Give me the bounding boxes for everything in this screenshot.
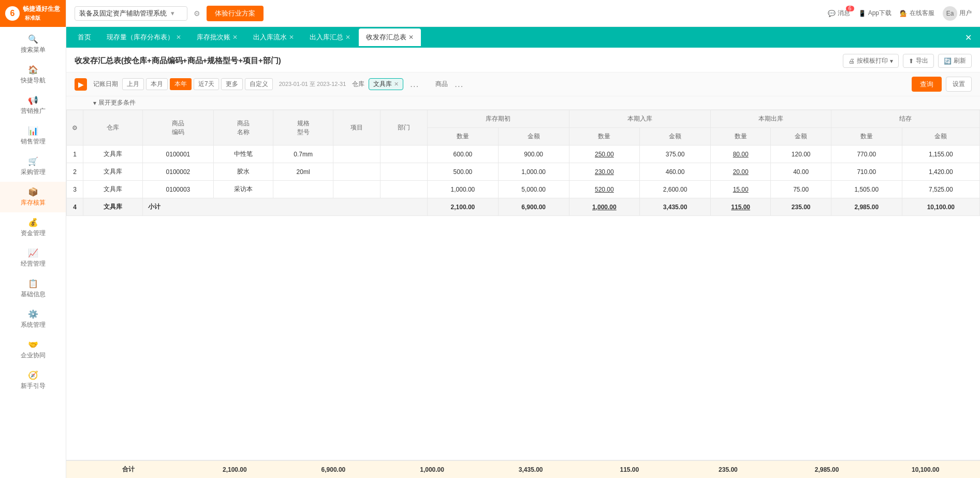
row2-spec: 20ml: [273, 163, 333, 181]
row3-balance-amt: 7,525.00: [902, 181, 979, 198]
sidebar-item-search[interactable]: 🔍 搜索菜单: [0, 29, 66, 60]
filter-collapse-btn[interactable]: ▶: [75, 78, 87, 91]
sidebar-item-operations[interactable]: 📈 经营管理: [0, 243, 66, 273]
sidebar-item-sales[interactable]: 📊 销售管理: [0, 121, 66, 151]
row3-name: 采访本: [213, 181, 273, 198]
tab-batch[interactable]: 库存批次账 ✕: [189, 28, 245, 46]
subtotal-label: 小计: [143, 198, 428, 216]
system-select[interactable]: 装备及固定资产辅助管理系统 ▾: [75, 6, 187, 21]
th-balance-amt: 金额: [902, 128, 979, 146]
footer-opening-qty: 2,100.00: [185, 466, 284, 473]
row2-name: 胶水: [213, 163, 273, 181]
tab-stock-dist-label: 现存量（库存分布表）: [107, 33, 174, 42]
subtotal-opening-amt: 6,900.00: [498, 198, 569, 216]
sidebar: 6 畅捷通好生意 标准版 🔍 搜索菜单 🏠 快捷导航 📢 营销推广 📊 销售管理…: [0, 0, 66, 478]
row2-project: [333, 163, 381, 181]
date-btn-this-year[interactable]: 本年: [170, 78, 192, 90]
row3-opening-qty: 1,000.00: [428, 181, 499, 198]
tab-bar: 首页 现存量（库存分布表） ✕ 库存批次账 ✕ 出入库流水 ✕ 出入库汇总 ✕ …: [66, 27, 980, 48]
tab-inout-flow[interactable]: 出入库流水 ✕: [246, 28, 301, 46]
tab-close-batch[interactable]: ✕: [232, 34, 238, 41]
sidebar-item-inventory[interactable]: 📦 库存核算: [0, 182, 66, 212]
row2-opening-amt: 1,000.00: [498, 163, 569, 181]
message-btn[interactable]: 💬 消息 6: [828, 9, 850, 18]
row3-in-qty[interactable]: 520.00: [569, 181, 640, 198]
settings-btn[interactable]: ⚙: [194, 9, 200, 18]
guide-icon: 🧭: [28, 370, 38, 380]
row1-out-qty[interactable]: 80.00: [710, 146, 771, 163]
sidebar-item-guide[interactable]: 🧭 新手引导: [0, 365, 66, 396]
sidebar-item-collab[interactable]: 🤝 企业协同: [0, 335, 66, 365]
query-btn[interactable]: 查询: [912, 77, 942, 92]
user-btn[interactable]: Ea 用户: [943, 6, 972, 21]
date-btn-7days[interactable]: 近7天: [194, 78, 219, 90]
tab-stock-dist[interactable]: 现存量（库存分布表） ✕: [99, 28, 188, 46]
search-icon: 🔍: [28, 34, 38, 44]
sidebar-item-label: 快捷导航: [21, 76, 46, 85]
warehouse-tag: 文具库 ✕: [369, 78, 403, 90]
sidebar-item-purchase[interactable]: 🛒 采购管理: [0, 151, 66, 182]
goods-more[interactable]: …: [452, 79, 465, 90]
tab-home[interactable]: 首页: [70, 28, 98, 46]
row3-out-qty[interactable]: 15.00: [710, 181, 771, 198]
tab-close-inout-flow[interactable]: ✕: [289, 34, 294, 41]
page-title: 收发存汇总表(按仓库+商品编码+商品+规格型号+项目+部门): [75, 56, 281, 66]
export-btn[interactable]: ⬆ 导出: [903, 54, 934, 68]
filter-warehouse: 仓库 文具库 ✕ …: [352, 78, 421, 90]
row3-seq: 3: [67, 181, 83, 198]
row1-in-qty[interactable]: 250.00: [569, 146, 640, 163]
online-service-btn[interactable]: 💁 在线客服: [900, 9, 934, 18]
sidebar-item-quicknav[interactable]: 🏠 快捷导航: [0, 60, 66, 90]
th-balance: 结存: [831, 110, 979, 128]
tab-batch-label: 库存批次账: [197, 33, 230, 42]
date-btn-prev-month[interactable]: 上月: [122, 78, 144, 90]
sidebar-item-system[interactable]: ⚙️ 系统管理: [0, 304, 66, 335]
warehouse-more[interactable]: …: [407, 79, 421, 90]
content-area: 收发存汇总表(按仓库+商品编码+商品+规格型号+项目+部门) 🖨 按模板打印 ▾…: [66, 48, 980, 460]
refresh-btn[interactable]: 🔄 刷新: [938, 54, 972, 68]
marketing-icon: 📢: [28, 95, 38, 105]
row2-code: 0100002: [143, 163, 214, 181]
th-in: 本期入库: [569, 110, 710, 128]
th-settings[interactable]: ⚙: [67, 110, 83, 146]
th-department: 部门: [381, 110, 428, 146]
chevron-down-icon: ▾: [890, 57, 893, 65]
row1-opening-qty: 600.00: [428, 146, 499, 163]
app-download-btn[interactable]: 📱 App下载: [858, 9, 891, 18]
date-btn-more[interactable]: 更多: [221, 78, 243, 90]
set-btn[interactable]: 设置: [946, 77, 972, 92]
basicinfo-icon: 📋: [28, 279, 38, 288]
th-opening-qty: 数量: [428, 128, 499, 146]
sidebar-item-finance[interactable]: 💰 资金管理: [0, 212, 66, 243]
row2-balance-amt: 1,420.00: [902, 163, 979, 181]
subtotal-in-qty[interactable]: 1,000.00: [569, 198, 640, 216]
tab-close-stock-dist[interactable]: ✕: [176, 34, 181, 41]
subtotal-out-amt: 235.00: [771, 198, 831, 216]
th-goods-code: 商品编码: [143, 110, 214, 146]
expand-icon: ▾: [93, 99, 96, 107]
tab-close-receive-summary[interactable]: ✕: [408, 34, 414, 41]
tab-bar-close[interactable]: ✕: [961, 33, 976, 42]
export-icon: ⬆: [909, 57, 914, 65]
home-icon: 🏠: [28, 65, 38, 75]
tab-close-inout-summary[interactable]: ✕: [345, 34, 350, 41]
sidebar-item-basicinfo[interactable]: 📋 基础信息: [0, 273, 66, 304]
th-out-amt: 金额: [771, 128, 831, 146]
row3-in-amt: 2,600.00: [640, 181, 711, 198]
tab-inout-summary[interactable]: 出入库汇总 ✕: [302, 28, 358, 46]
try-btn[interactable]: 体验行业方案: [207, 6, 264, 21]
row3-balance-qty: 1,505.00: [831, 181, 902, 198]
footer-out-qty: 115.00: [580, 466, 679, 473]
print-icon: 🖨: [849, 57, 855, 65]
sidebar-item-marketing[interactable]: 📢 营销推广: [0, 90, 66, 121]
row2-out-qty[interactable]: 20.00: [710, 163, 771, 181]
warehouse-tag-remove[interactable]: ✕: [394, 81, 399, 88]
expand-row: ▾ 展开更多条件: [66, 96, 980, 110]
row2-in-qty[interactable]: 230.00: [569, 163, 640, 181]
tab-receive-summary[interactable]: 收发存汇总表 ✕: [359, 28, 421, 46]
expand-btn[interactable]: ▾ 展开更多条件: [93, 98, 136, 107]
subtotal-out-qty[interactable]: 115.00: [710, 198, 771, 216]
date-btn-custom[interactable]: 自定义: [245, 78, 273, 90]
date-btn-this-month[interactable]: 本月: [146, 78, 168, 90]
print-btn[interactable]: 🖨 按模板打印 ▾: [843, 54, 899, 68]
